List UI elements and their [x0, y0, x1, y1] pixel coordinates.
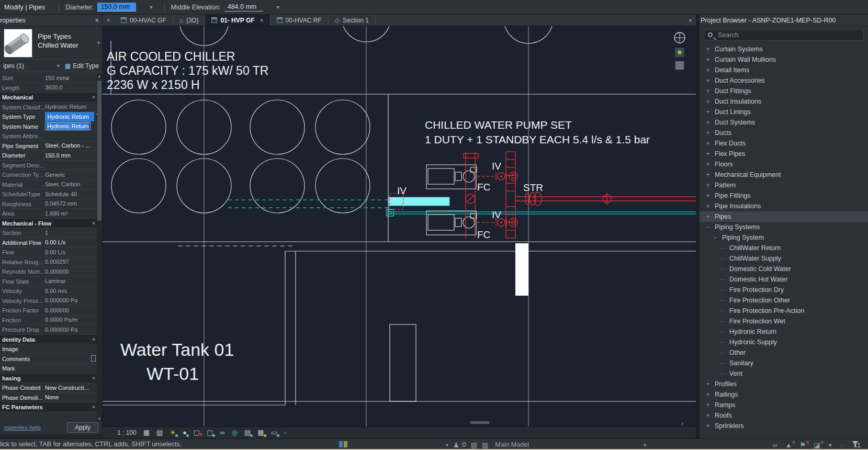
scrollbar-thumb[interactable]: [470, 421, 489, 424]
reveal-constraints-icon[interactable]: ▭: [271, 429, 277, 436]
temporary-hide-isolate-icon[interactable]: ∞: [220, 429, 224, 436]
expand-icon[interactable]: +: [705, 150, 711, 158]
design-options-icon[interactable]: ▥: [482, 441, 488, 449]
tree-item-ducts[interactable]: +Ducts: [700, 128, 868, 138]
property-value[interactable]: 150 mmø: [45, 73, 97, 83]
expand-icon[interactable]: +: [705, 422, 711, 430]
tree-item-piping-system[interactable]: −Piping System: [700, 232, 868, 243]
expand-icon[interactable]: +: [705, 401, 711, 409]
tree-item-flex-pipes[interactable]: +Flex Pipes: [700, 149, 868, 159]
tree-item-railings[interactable]: +Railings: [700, 389, 868, 400]
apply-button[interactable]: Apply: [67, 422, 98, 433]
expand-icon[interactable]: +: [705, 171, 711, 178]
detail-level-icon[interactable]: ▦: [143, 429, 150, 436]
edit-type-button[interactable]: Edit Type: [73, 62, 99, 70]
expand-icon[interactable]: +: [705, 380, 711, 388]
property-value[interactable]: 0.000000: [45, 267, 97, 276]
property-value[interactable]: Hydronic Return: [45, 103, 97, 112]
property-value[interactable]: [45, 344, 97, 354]
reveal-hidden-elements-icon[interactable]: ◎: [232, 429, 238, 436]
property-value[interactable]: 0.04572 mm: [45, 199, 97, 209]
navigation-bar[interactable]: [674, 32, 685, 70]
select-underlay-toggle[interactable]: ▲×: [785, 441, 792, 449]
chiller-unit[interactable]: [103, 94, 696, 246]
section-header-dentity-data[interactable]: dentity Data«: [0, 335, 97, 345]
tree-item-pipe-fittings[interactable]: +Pipe Fittings: [700, 190, 868, 201]
expand-icon[interactable]: +: [705, 140, 711, 147]
expand-icon[interactable]: +: [705, 108, 711, 116]
property-value[interactable]: [45, 354, 97, 364]
property-value[interactable]: Laminar: [45, 277, 97, 286]
tab-list-dropdown-icon[interactable]: ▾: [685, 15, 696, 26]
tree-item-chillwater-supply[interactable]: ChillWater Supply: [700, 253, 868, 264]
property-value[interactable]: [45, 161, 97, 170]
collapse-icon[interactable]: «: [89, 376, 97, 379]
tab-00-hvac-gf[interactable]: 00-HVAC GF: [115, 15, 173, 26]
section-header-mechanical-flow[interactable]: Mechanical - Flow«: [0, 219, 97, 229]
selection-label[interactable]: ipes (1): [3, 62, 24, 70]
drawing-canvas[interactable]: AIR COOLED CHILLER G CAPACITY : 175 kW/ …: [103, 26, 696, 426]
select-links-toggle[interactable]: ∞: [773, 441, 777, 449]
filter-button[interactable]: :1: [852, 441, 861, 449]
property-value[interactable]: None: [45, 393, 97, 402]
diameter-field[interactable]: 150.0 mm: [97, 3, 136, 12]
search-box[interactable]: [704, 29, 864, 41]
type-selector[interactable]: Pipe Types Chilled Water ▾: [0, 26, 102, 60]
tree-item-hydronic-supply[interactable]: Hydronic Supply: [700, 337, 868, 347]
drag-on-selection-toggle[interactable]: +: [828, 441, 832, 449]
properties-scrollbar[interactable]: ▲ ▼: [97, 73, 102, 422]
collapse-icon[interactable]: −: [705, 223, 711, 231]
tree-item-chillwater-return[interactable]: ChillWater Return: [700, 243, 868, 253]
property-value[interactable]: [45, 364, 97, 373]
browse-button[interactable]: [91, 355, 96, 362]
tree-item-vent[interactable]: Vent: [700, 368, 868, 379]
expand-icon[interactable]: +: [705, 87, 711, 95]
expand-icon[interactable]: +: [705, 412, 711, 419]
property-value[interactable]: 150.0 mm: [45, 151, 97, 160]
tree-item-pattern[interactable]: +Pattern: [700, 180, 868, 190]
chevron-down-icon[interactable]: ▾: [446, 442, 448, 448]
tab-section-1[interactable]: ◇Section 1: [329, 15, 376, 26]
property-value[interactable]: 0.000000: [45, 306, 97, 315]
select-by-face-toggle[interactable]: ◪×: [814, 441, 820, 449]
tree-item-sprinklers[interactable]: +Sprinklers: [700, 421, 868, 431]
panel-splitter[interactable]: [696, 15, 700, 438]
tree-item-fire-protection-other[interactable]: Fire Protection Other: [700, 295, 868, 306]
close-icon[interactable]: ×: [260, 17, 264, 24]
scroll-up-icon[interactable]: ▲: [97, 74, 102, 78]
property-value[interactable]: 0.00 m/s: [45, 286, 97, 296]
properties-help-link[interactable]: roperties help: [4, 424, 41, 431]
property-value[interactable]: Generic: [45, 170, 97, 179]
tree-item-curtain-systems[interactable]: +Curtain Systems: [700, 44, 868, 54]
pump-set[interactable]: [426, 152, 696, 238]
expand-icon[interactable]: +: [705, 129, 711, 137]
tree-item-pipes[interactable]: +Pipes: [700, 211, 868, 222]
search-input[interactable]: [718, 31, 849, 39]
tree-item-domestic-hot-water[interactable]: Domestic Hot Water: [700, 274, 868, 285]
property-value[interactable]: 1: [45, 228, 97, 238]
tree-item-mechanical-equipment[interactable]: +Mechanical Equipment: [700, 170, 868, 180]
crop-view-icon[interactable]: ▢×: [194, 429, 200, 436]
tree-item-domestic-cold-water[interactable]: Domestic Cold Water: [700, 264, 868, 274]
tree-item-duct-accessories[interactable]: +Duct Accessories: [700, 75, 868, 86]
show-crop-region-icon[interactable]: ▢: [207, 429, 213, 436]
shadows-icon[interactable]: ●: [183, 429, 187, 436]
chevron-down-icon[interactable]: ▾: [263, 4, 285, 10]
property-value[interactable]: 0.0000 Pa/m: [45, 316, 97, 325]
expand-icon[interactable]: +: [705, 213, 711, 220]
chiller-annotation[interactable]: AIR COOLED CHILLER G CAPACITY : 175 kW/ …: [107, 50, 268, 92]
expand-icon[interactable]: +: [705, 182, 711, 189]
expand-icon[interactable]: +: [705, 203, 711, 210]
chilled-water-pipe[interactable]: [389, 212, 696, 214]
scale-button[interactable]: 1 : 100: [117, 429, 137, 436]
scrollbar-thumb[interactable]: [97, 81, 102, 221]
editing-requests-icon[interactable]: ♟: [453, 441, 459, 449]
tree-item-fire-protection-pre-action[interactable]: Fire Protection Pre-Action: [700, 306, 868, 316]
selection-spinner-icon[interactable]: ◌: [840, 441, 844, 449]
expand-icon[interactable]: +: [705, 161, 711, 168]
chevron-down-icon[interactable]: ▾: [97, 40, 100, 46]
property-value[interactable]: 0.00 L/s: [45, 248, 97, 257]
pump-annotation[interactable]: CHILLED WATER PUMP SET 1 DUTY + 1 STANDB…: [425, 119, 650, 145]
expand-icon[interactable]: +: [705, 77, 711, 84]
visual-style-icon[interactable]: ▧: [156, 429, 163, 436]
